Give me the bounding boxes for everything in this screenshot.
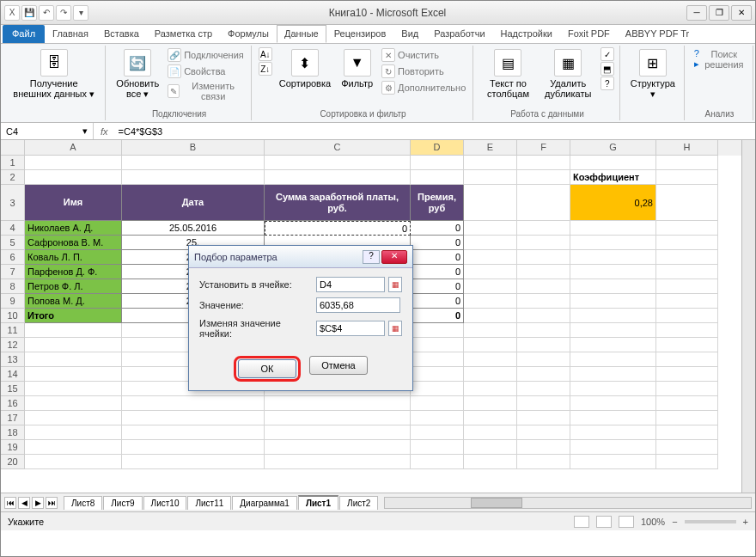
view-normal-button[interactable] [574, 516, 589, 528]
col-header-g[interactable]: G [570, 140, 656, 156]
header-bonus[interactable]: Премия, руб [411, 185, 464, 221]
sort-button[interactable]: ⬍Сортировка [276, 47, 334, 90]
namebox-dropdown-icon[interactable]: ▾ [82, 125, 88, 137]
col-header-c[interactable]: C [265, 140, 411, 156]
changing-cell-input[interactable] [316, 321, 385, 336]
row-header[interactable]: 20 [1, 455, 25, 469]
tab-home[interactable]: Главная [45, 25, 96, 43]
advanced-filter-button[interactable]: ⚙Дополнительно [380, 80, 467, 95]
close-button[interactable]: ✕ [731, 5, 752, 21]
row-header[interactable]: 18 [1, 425, 25, 440]
whatif-icon[interactable]: ? [601, 77, 614, 90]
header-date[interactable]: Дата [122, 185, 265, 221]
sheet-nav-last-icon[interactable]: ⏭ [46, 497, 58, 509]
minimize-button[interactable]: ─ [686, 5, 707, 21]
view-layout-button[interactable] [596, 516, 612, 528]
connections-button[interactable]: 🔗Подключения [166, 47, 246, 63]
header-salary[interactable]: Сумма заработной платы, руб. [265, 185, 411, 221]
sort-desc-icon[interactable]: Z↓ [259, 62, 272, 76]
formula-input[interactable]: =C4*$G$3 [115, 126, 755, 137]
sheet-nav-next-icon[interactable]: ▶ [32, 497, 44, 509]
range-selector-icon[interactable]: ▦ [388, 321, 402, 336]
row-header[interactable]: 10 [1, 309, 25, 323]
table-cell[interactable]: 0 [411, 265, 464, 279]
tab-view[interactable]: Вид [393, 25, 426, 43]
zoom-level[interactable]: 100% [641, 517, 665, 527]
table-cell[interactable]: 25.05.2016 [122, 221, 265, 236]
sheet-nav-prev-icon[interactable]: ◀ [18, 497, 30, 509]
data-validation-icon[interactable]: ✓ [601, 47, 614, 61]
solver-button[interactable]: ?▸ Поиск решения [692, 47, 747, 70]
row-header[interactable]: 1 [1, 156, 25, 170]
table-cell[interactable]: 0 [411, 236, 464, 250]
tab-data[interactable]: Данные [277, 25, 326, 43]
ok-button[interactable]: ОК [238, 359, 296, 378]
properties-button[interactable]: 📄Свойства [166, 64, 227, 79]
tab-insert[interactable]: Вставка [96, 25, 147, 43]
table-cell[interactable]: Коваль Л. П. [25, 250, 122, 265]
vertical-scrollbar[interactable] [741, 140, 755, 493]
table-cell[interactable]: Николаев А. Д. [25, 221, 122, 236]
row-header[interactable]: 5 [1, 236, 25, 250]
cell-coef-label[interactable]: Коэффициент [570, 170, 656, 185]
sort-asc-icon[interactable]: A↓ [259, 47, 272, 61]
row-header[interactable]: 9 [1, 294, 25, 309]
tab-abbyy[interactable]: ABBYY PDF Tr [618, 25, 697, 43]
table-cell[interactable]: 0 [265, 221, 411, 236]
row-header[interactable]: 15 [1, 382, 25, 396]
total-bonus[interactable]: 0 [411, 309, 464, 323]
set-cell-input[interactable] [316, 277, 385, 292]
dialog-help-button[interactable]: ? [363, 250, 380, 264]
name-box[interactable]: C4▾ [1, 123, 94, 139]
save-button[interactable]: 💾 [21, 5, 37, 21]
row-header[interactable]: 12 [1, 338, 25, 352]
col-header-a[interactable]: A [25, 140, 122, 156]
col-header-b[interactable]: B [122, 140, 265, 156]
row-header[interactable]: 8 [1, 279, 25, 294]
tab-page-layout[interactable]: Разметка стр [147, 25, 220, 43]
dialog-close-button[interactable]: ✕ [381, 250, 407, 264]
sheet-tab[interactable]: Лист10 [143, 496, 187, 510]
total-label[interactable]: Итого [25, 309, 122, 323]
col-header-f[interactable]: F [517, 140, 570, 156]
filter-button[interactable]: ▼Фильтр [338, 47, 376, 90]
outline-button[interactable]: ⊞Структура ▾ [627, 47, 679, 101]
zoom-slider[interactable] [685, 520, 736, 523]
sheet-tab[interactable]: Лист1 [298, 495, 338, 510]
row-header[interactable]: 11 [1, 323, 25, 338]
row-header[interactable]: 19 [1, 440, 25, 455]
undo-button[interactable]: ↶ [39, 5, 54, 21]
sheet-tab[interactable]: Лист9 [103, 496, 142, 510]
tab-developer[interactable]: Разработчи [426, 25, 492, 43]
tab-formulas[interactable]: Формулы [220, 25, 277, 43]
table-cell[interactable]: Сафронова В. М. [25, 236, 122, 250]
get-external-data-button[interactable]: 🗄Получение внешних данных ▾ [8, 47, 100, 101]
row-header[interactable]: 7 [1, 265, 25, 279]
text-to-columns-button[interactable]: ▤Текст по столбцам [480, 47, 535, 101]
sheet-tab[interactable]: Лист11 [187, 496, 231, 510]
clear-filter-button[interactable]: ✕Очистить [380, 47, 441, 63]
col-header-e[interactable]: E [464, 140, 517, 156]
sheet-tab[interactable]: Лист2 [339, 496, 378, 510]
table-cell[interactable]: 0 [411, 294, 464, 309]
col-header-d[interactable]: D [411, 140, 464, 156]
cell-coef-value[interactable]: 0,28 [570, 185, 656, 221]
fx-icon[interactable]: fx [94, 126, 115, 137]
restore-button[interactable]: ❐ [709, 5, 729, 21]
zoom-out-button[interactable]: − [672, 517, 677, 527]
consolidate-icon[interactable]: ⬒ [601, 62, 614, 76]
remove-duplicates-button[interactable]: ▦Удалить дубликаты [540, 47, 597, 101]
row-header[interactable]: 4 [1, 221, 25, 236]
edit-links-button[interactable]: ✎Изменить связи [166, 80, 246, 102]
tab-addins[interactable]: Надстройки [493, 25, 560, 43]
header-name[interactable]: Имя [25, 185, 122, 221]
table-cell[interactable]: Петров Ф. Л. [25, 279, 122, 294]
sheet-tab[interactable]: Лист8 [64, 496, 102, 510]
col-header-h[interactable]: H [656, 140, 718, 156]
table-cell[interactable]: Парфенов Д. Ф. [25, 265, 122, 279]
sheet-nav-first-icon[interactable]: ⏮ [4, 497, 16, 509]
tab-file[interactable]: Файл [3, 25, 45, 43]
table-cell[interactable]: 0 [411, 250, 464, 265]
row-header[interactable]: 13 [1, 352, 25, 367]
range-selector-icon[interactable]: ▦ [388, 277, 402, 292]
